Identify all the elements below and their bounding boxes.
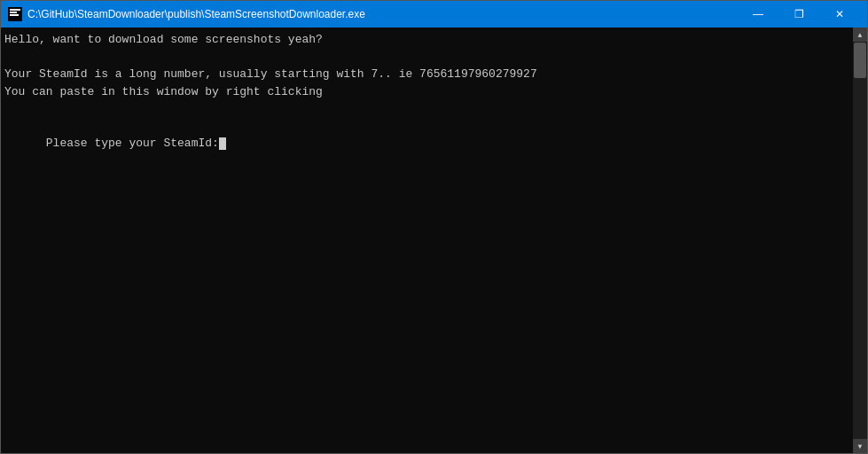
svg-rect-1 (10, 12, 17, 13)
title-bar: C:\GitHub\SteamDownloader\publish\SteamS… (1, 1, 867, 27)
scrollbar[interactable]: ▲ ▼ (853, 27, 867, 453)
close-button[interactable]: ✕ (819, 1, 860, 27)
console-line-4: You can paste in this window by right cl… (4, 83, 864, 101)
window: C:\GitHub\SteamDownloader\publish\SteamS… (0, 0, 868, 454)
console-line-2 (4, 49, 864, 67)
title-bar-buttons: — ❐ ✕ (738, 1, 860, 27)
minimize-button[interactable]: — (738, 1, 778, 27)
scrollbar-thumb[interactable] (854, 43, 866, 78)
console-line-5 (4, 100, 864, 118)
cursor (219, 137, 226, 150)
window-title: C:\GitHub\SteamDownloader\publish\SteamS… (27, 8, 365, 20)
title-bar-left: C:\GitHub\SteamDownloader\publish\SteamS… (8, 7, 365, 21)
console-line-6: Please type your SteamId: (4, 118, 864, 170)
svg-rect-0 (10, 9, 20, 11)
console-line-3: Your SteamId is a long number, usually s… (4, 66, 864, 83)
console-line-1: Hello, want to download some screenshots… (4, 31, 864, 49)
prompt-text: Please type your SteamId: (46, 137, 219, 150)
scrollbar-up-button[interactable]: ▲ (853, 27, 867, 42)
maximize-button[interactable]: ❐ (778, 1, 819, 27)
svg-rect-2 (10, 14, 19, 16)
app-icon (8, 7, 22, 21)
console-area[interactable]: Hello, want to download some screenshots… (1, 27, 867, 453)
scrollbar-down-button[interactable]: ▼ (853, 439, 867, 453)
scrollbar-track[interactable] (853, 42, 867, 439)
